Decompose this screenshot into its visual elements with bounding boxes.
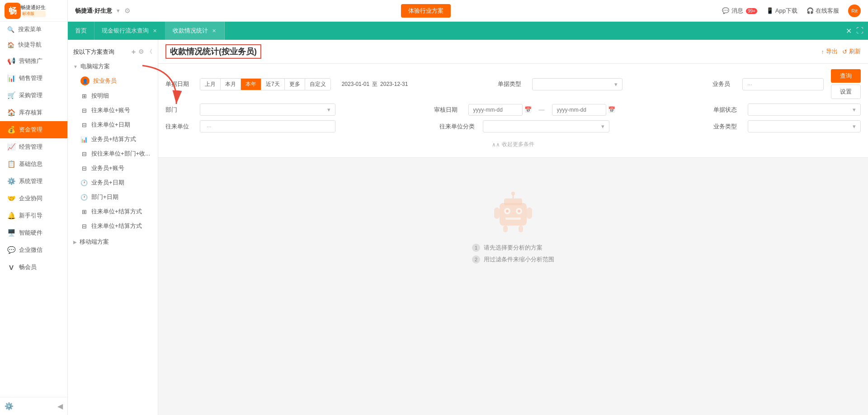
sidebar-item-cooperation[interactable]: 🤝 企业协同	[0, 190, 67, 207]
refresh-button[interactable]: ↺ 刷新	[842, 47, 861, 56]
sidebar-item-sales[interactable]: 📊 销售管理	[0, 70, 67, 87]
calendar-to-icon[interactable]: 📅	[608, 106, 615, 113]
scheme-by-salesperson[interactable]: 👤 按业务员	[68, 73, 158, 89]
sidebar-item-wechat[interactable]: 💬 企业微信	[0, 241, 67, 259]
filter-area: 单据日期 上月 本月 本年 近7天 更多 自定义 2023-01-01 至 20…	[158, 64, 868, 158]
date-tab-this-month[interactable]: 本月	[221, 79, 241, 90]
mobile-group-title[interactable]: ▶ 移动端方案	[68, 235, 158, 249]
date-tab-group: 上月 本月 本年 近7天 更多 自定义	[200, 78, 331, 90]
member-icon: V	[7, 263, 15, 271]
sidebar-item-basic[interactable]: 📋 基础信息	[0, 156, 67, 173]
marketing-icon: 📢	[7, 57, 15, 65]
app-download[interactable]: 📱 App下载	[766, 7, 797, 15]
sidebar-item-finance[interactable]: 💰 资金管理	[0, 121, 67, 138]
review-date-to-input[interactable]	[552, 104, 606, 116]
scheme-by-detail[interactable]: ⊞ 按明细	[68, 89, 158, 103]
scheme-partner-account[interactable]: ⊟ 往来单位+账号	[68, 103, 158, 118]
dropdown-arrow-icon[interactable]: ▾	[117, 7, 120, 14]
header-center: 体验行业方案	[401, 4, 451, 18]
scheme-salesperson-account[interactable]: ⊟ 业务员+账号	[68, 161, 158, 175]
svg-rect-7	[494, 208, 500, 219]
service-icon: 🎧	[807, 7, 814, 14]
tab-home[interactable]: 首页	[68, 22, 94, 40]
tip-item-2: 2 用过滤条件来缩小分析范围	[472, 255, 554, 264]
header-left: 畅捷通·好生意 ▾ ⚙	[75, 7, 130, 15]
scheme-salesperson-date[interactable]: 🕐 业务员+日期	[68, 175, 158, 190]
scheme-partner-settlement2[interactable]: ⊟ 往来单位+结算方式	[68, 219, 158, 233]
expand-icon[interactable]: ⛶	[856, 27, 863, 35]
scheme-settings-icon[interactable]: ⚙	[138, 48, 144, 56]
settings-button[interactable]: 设置	[831, 85, 861, 99]
add-scheme-icon[interactable]: +	[132, 48, 136, 56]
svg-rect-1	[504, 198, 522, 205]
tab-receipt-close-icon[interactable]: ✕	[211, 28, 217, 34]
dept-label: 部门	[165, 106, 193, 114]
collapse-button[interactable]: ∧∧ 收起更多条件	[492, 141, 534, 148]
date-to-value: 2023-12-31	[380, 81, 408, 87]
date-tab-last-month[interactable]: 上月	[200, 79, 221, 90]
partner-select[interactable]: ···	[200, 120, 335, 132]
partner-more-icon[interactable]: ···	[207, 123, 212, 130]
detail-icon: ⊞	[80, 92, 88, 99]
scheme-partner-date[interactable]: ⊟ 往来单位+日期	[68, 118, 158, 132]
user-avatar[interactable]: Rit	[848, 5, 861, 17]
tab-bar: 首页 现金银行流水查询 ✕ 收款情况统计 ✕ ✕ ⛶	[68, 22, 868, 40]
scheme-collapse-icon[interactable]: 《	[147, 48, 152, 56]
active-scheme-circle: 👤	[80, 76, 90, 85]
settings-bottom-icon[interactable]: ⚙️	[5, 402, 14, 410]
search-menu-item[interactable]: 🔍 搜索菜单	[0, 22, 67, 37]
operation-label: 经营管理	[19, 143, 42, 151]
message-area[interactable]: 💬 消息 99+	[722, 7, 757, 15]
sidebar-item-system[interactable]: ⚙️ 系统管理	[0, 173, 67, 190]
svg-rect-8	[527, 208, 532, 219]
sidebar-item-operation[interactable]: 📈 经营管理	[0, 138, 67, 156]
date-tab-this-year[interactable]: 本年	[241, 79, 261, 90]
scheme-panel-title: 按以下方案查询	[73, 48, 114, 56]
tab-bank-close-icon[interactable]: ✕	[151, 28, 158, 34]
export-button[interactable]: ↑ 导出	[821, 47, 838, 56]
refresh-icon: ↺	[842, 48, 847, 55]
sidebar-item-marketing[interactable]: 📢 营销推广	[0, 52, 67, 70]
partner-settlement1-icon: ⊞	[80, 208, 88, 215]
service-label: 在线客服	[816, 7, 839, 15]
sidebar-item-inventory[interactable]: 🏠 库存核算	[0, 104, 67, 121]
close-all-tabs-icon[interactable]: ✕	[846, 27, 852, 35]
sidebar-item-hardware[interactable]: 🖥️ 智能硬件	[0, 224, 67, 241]
guide-label: 新手引导	[19, 212, 42, 220]
online-service[interactable]: 🎧 在线客服	[807, 7, 839, 15]
scheme-salesperson-settlement[interactable]: 📊 业务员+结算方式	[68, 132, 158, 146]
dept-dropdown-arrow: ▾	[327, 106, 330, 113]
sidebar-item-guide[interactable]: 🔔 新手引导	[0, 207, 67, 224]
member-label: 畅会员	[19, 263, 37, 271]
calendar-from-icon[interactable]: 📅	[524, 106, 532, 113]
query-button[interactable]: 查询	[831, 69, 861, 83]
dept-select[interactable]: ▾	[200, 104, 335, 116]
salesperson-select[interactable]: ···	[742, 78, 824, 90]
salesperson-account-icon: ⊟	[80, 165, 88, 172]
business-type-select[interactable]: ▾	[748, 120, 861, 132]
voucher-status-select[interactable]: ▾	[748, 104, 861, 116]
salesperson-label: 业务员	[712, 80, 735, 88]
scheme-dept-date[interactable]: 🕐 部门+日期	[68, 190, 158, 204]
purchase-label: 采购管理	[19, 91, 42, 99]
settings-header-icon[interactable]: ⚙	[124, 7, 130, 15]
date-tab-7days[interactable]: 近7天	[261, 79, 285, 90]
desktop-group-arrow: ▼	[73, 64, 78, 69]
business-type-dropdown-arrow: ▾	[853, 123, 856, 130]
partner-category-select[interactable]: ▾	[483, 120, 609, 132]
sidebar-item-member[interactable]: V 畅会员	[0, 259, 67, 276]
voucher-type-select[interactable]: ▾	[532, 78, 623, 90]
tab-bank[interactable]: 现金银行流水查询 ✕	[94, 22, 165, 40]
date-tab-custom[interactable]: 自定义	[305, 79, 330, 90]
desktop-group-title[interactable]: ▼ 电脑端方案	[68, 60, 158, 73]
active-scheme-icon: 👤	[82, 79, 88, 84]
date-tab-more[interactable]: 更多	[285, 79, 305, 90]
scheme-partner-dept[interactable]: ⊟ 按往来单位+部门+收...	[68, 146, 158, 161]
sidebar-item-purchase[interactable]: 🛒 采购管理	[0, 87, 67, 104]
review-date-from-input[interactable]	[468, 104, 523, 116]
trial-button[interactable]: 体验行业方案	[401, 4, 451, 18]
scheme-partner-settlement1[interactable]: ⊞ 往来单位+结算方式	[68, 204, 158, 219]
tab-receipt[interactable]: 收款情况统计 ✕	[165, 22, 225, 40]
collapse-sidebar-icon[interactable]: ◀	[57, 402, 63, 410]
quick-nav-item[interactable]: 🏠 快捷导航	[0, 37, 67, 52]
